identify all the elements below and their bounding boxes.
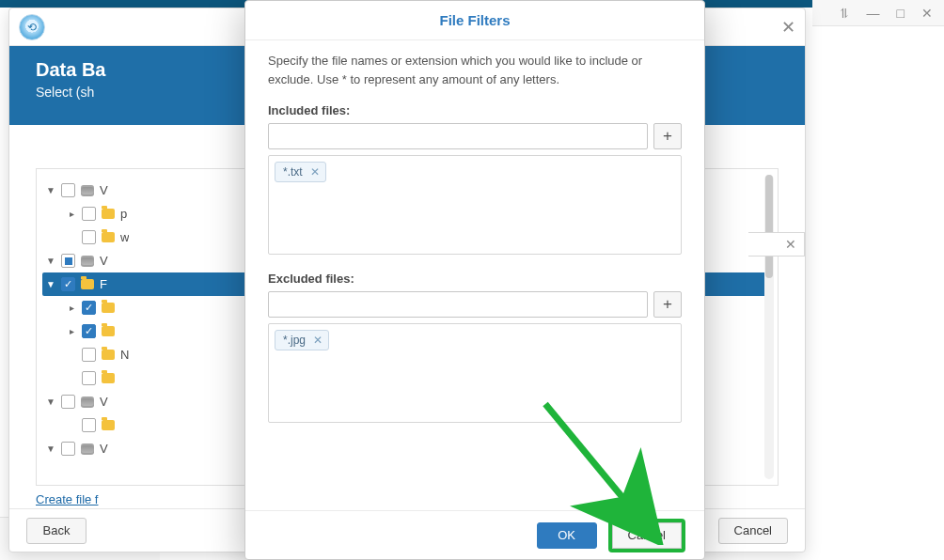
included-add-button[interactable]: + (653, 123, 682, 149)
dialog-footer: OK Cancel (245, 510, 704, 559)
excluded-tag-box: *.jpg✕ (268, 323, 682, 423)
dialog-title: File Filters (245, 1, 704, 40)
excluded-label: Excluded files: (268, 272, 682, 286)
remove-tag-icon[interactable]: ✕ (313, 334, 323, 347)
filter-tag-label: *.txt (283, 165, 303, 179)
file-filters-dialog: File Filters Specify the file names or e… (244, 0, 705, 560)
modal-overlay: File Filters Specify the file names or e… (0, 0, 944, 560)
filter-tag-label: *.jpg (283, 334, 306, 347)
dialog-body: Specify the file names or extension whic… (245, 40, 704, 510)
dialog-description: Specify the file names or extension whic… (268, 52, 682, 88)
filter-tag: *.txt✕ (275, 162, 326, 182)
excluded-add-button[interactable]: + (653, 291, 682, 318)
excluded-input[interactable] (268, 291, 648, 318)
included-input[interactable] (268, 123, 648, 149)
cancel-button[interactable]: Cancel (612, 522, 682, 549)
cancel-highlight: Cancel (608, 519, 685, 552)
remove-tag-icon[interactable]: ✕ (310, 165, 320, 179)
included-tag-box: *.txt✕ (268, 155, 682, 255)
ok-button[interactable]: OK (537, 522, 597, 549)
filter-tag: *.jpg✕ (275, 330, 329, 350)
included-label: Included files: (268, 103, 682, 117)
